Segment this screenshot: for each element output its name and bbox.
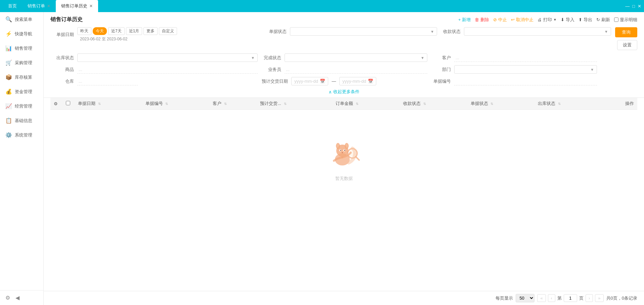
- th-payment-status[interactable]: 收款状态 ⇅: [400, 98, 467, 110]
- purchase-icon: 🛒: [5, 60, 12, 66]
- th-customer[interactable]: 客户 ⇅: [209, 98, 257, 110]
- footer: 每页显示 50 10 20 100 « ‹ 第 页 › » 共0页，0条记录: [44, 291, 644, 305]
- tab-home[interactable]: 首页: [3, 0, 22, 12]
- data-table: ⚙ 单据日期 ⇅ 单据编号 ⇅ 客户 ⇅: [50, 98, 637, 208]
- first-page-button[interactable]: «: [537, 294, 546, 302]
- sidebar-item-sales[interactable]: 📊 销售管理: [0, 41, 43, 55]
- collapse-filter-button[interactable]: ∧ 收起更多条件: [50, 89, 637, 95]
- sidebar-item-search[interactable]: 🔍 搜索菜单: [0, 12, 43, 27]
- cancel-stop-button[interactable]: ↩ 取消中止: [511, 17, 533, 23]
- th-date[interactable]: 单据日期 ⇅: [75, 98, 142, 110]
- date-btn-yesterday[interactable]: 昨天: [77, 27, 91, 35]
- export-button[interactable]: ⬆ 导出: [578, 17, 592, 23]
- th-expected-delivery[interactable]: 预计交货... ⇅: [257, 98, 332, 110]
- order-number-input[interactable]: [454, 77, 597, 85]
- th-order-status[interactable]: 单据状态 ⇅: [467, 98, 535, 110]
- sort-delivery-icon[interactable]: ⇅: [558, 102, 561, 106]
- date-btn-7days[interactable]: 近7天: [108, 27, 125, 35]
- maximize-button[interactable]: □: [632, 4, 635, 9]
- svg-point-10: [342, 152, 343, 153]
- sort-payment-icon[interactable]: ⇅: [423, 102, 426, 106]
- department-select[interactable]: ▼: [454, 65, 597, 74]
- sidebar-item-basic-info[interactable]: 📋 基础信息: [0, 113, 43, 128]
- delivery-status-select[interactable]: ▼: [77, 53, 258, 62]
- payment-status-label: 收款状态: [437, 29, 464, 35]
- salesperson-input[interactable]: ...: [285, 66, 427, 74]
- page-input[interactable]: [564, 294, 577, 302]
- page-suffix: 页: [579, 295, 584, 301]
- tab-sales-order-history[interactable]: 销售订单历史 ✕: [56, 0, 98, 12]
- calendar-from-icon[interactable]: 📅: [320, 79, 325, 84]
- th-amount[interactable]: 订单金额 ⇅: [332, 98, 400, 110]
- sort-order-icon[interactable]: ⇅: [490, 102, 493, 106]
- sidebar-collapse-icon[interactable]: ◀: [15, 295, 19, 301]
- settings-button[interactable]: 设置: [617, 40, 637, 50]
- import-button[interactable]: ⬇ 导入: [561, 17, 574, 23]
- sidebar-item-purchase[interactable]: 🛒 采购管理: [0, 55, 43, 70]
- department-arrow: ▼: [590, 68, 594, 72]
- sidebar-item-label: 系统管理: [15, 132, 32, 138]
- sort-customer-icon[interactable]: ⇅: [224, 102, 227, 106]
- display-detail-checkbox[interactable]: 显示明细: [614, 17, 637, 23]
- date-btn-custom[interactable]: 自定义: [159, 27, 177, 35]
- date-btn-1month[interactable]: 近1月: [126, 27, 142, 35]
- last-page-button[interactable]: »: [595, 294, 603, 302]
- date-btn-more[interactable]: 更多: [143, 27, 158, 35]
- sidebar-item-finance[interactable]: 💰 资金管理: [0, 84, 43, 99]
- order-status-select[interactable]: ▼: [290, 27, 437, 36]
- sidebar-item-quick-nav[interactable]: ⚡ 快捷导航: [0, 27, 43, 41]
- tab-sales-order[interactable]: 销售订单 ✕: [22, 0, 56, 12]
- collapse-icon: ∧: [329, 89, 332, 94]
- th-settings[interactable]: ⚙: [50, 98, 62, 110]
- warehouse-input[interactable]: ...: [77, 77, 138, 85]
- display-detail-input[interactable]: [614, 17, 618, 22]
- sort-date-icon[interactable]: ⇅: [98, 102, 101, 106]
- stop-button[interactable]: ⊘ 中止: [493, 17, 507, 23]
- complete-status-select[interactable]: ▼: [285, 53, 427, 62]
- warehouse-label: 仓库: [50, 78, 77, 84]
- payment-status-select[interactable]: ▼: [464, 27, 611, 36]
- svg-point-5: [346, 144, 348, 148]
- complete-status-label: 完成状态: [258, 55, 285, 61]
- sidebar-item-inventory[interactable]: 📦 库存核算: [0, 70, 43, 84]
- sidebar-item-system[interactable]: ⚙️ 系统管理: [0, 128, 43, 142]
- order-status-label: 单据状态: [263, 29, 290, 35]
- sort-number-icon[interactable]: ⇅: [165, 102, 168, 106]
- delete-button[interactable]: 🗑 删除: [475, 17, 489, 23]
- sort-expected-icon[interactable]: ⇅: [284, 102, 287, 106]
- sort-amount-icon[interactable]: ⇅: [356, 102, 358, 106]
- sidebar-settings-icon[interactable]: ⚙: [5, 295, 10, 301]
- minimize-button[interactable]: —: [625, 4, 630, 9]
- th-number[interactable]: 单据编号 ⇅: [142, 98, 210, 110]
- close-button[interactable]: ✕: [638, 4, 641, 9]
- sidebar-item-operations[interactable]: 📈 经营管理: [0, 99, 43, 113]
- tab-sales-order-close[interactable]: ✕: [47, 4, 50, 8]
- prev-page-button[interactable]: ‹: [548, 294, 555, 302]
- sales-icon: 📊: [5, 45, 12, 51]
- add-button[interactable]: + 新增: [458, 17, 471, 23]
- calendar-to-icon[interactable]: 📅: [368, 79, 373, 84]
- date-btn-today[interactable]: 今天: [93, 27, 107, 35]
- sidebar-item-label: 基础信息: [15, 118, 32, 124]
- tab-sales-order-history-close[interactable]: ✕: [89, 4, 93, 8]
- th-delivery-status[interactable]: 出库状态 ⇅: [534, 98, 602, 110]
- expected-delivery-to[interactable]: yyyy-mm-dd 📅: [339, 77, 376, 85]
- sidebar-item-label: 库存核算: [15, 74, 32, 80]
- print-button[interactable]: 🖨 打印 ▼: [538, 17, 557, 23]
- stop-icon: ⊘: [493, 17, 497, 22]
- customer-input[interactable]: ...: [454, 54, 597, 62]
- th-checkbox[interactable]: [62, 98, 75, 110]
- refresh-button[interactable]: ↻ 刷新: [596, 17, 610, 23]
- expected-delivery-from[interactable]: yyyy-mm-dd 📅: [291, 77, 328, 85]
- delete-icon: 🗑: [475, 17, 479, 22]
- print-dropdown-icon[interactable]: ▼: [553, 18, 557, 22]
- sidebar-item-label: 采购管理: [15, 60, 32, 66]
- svg-line-13: [356, 157, 359, 160]
- query-buttons: 查询 设置: [615, 27, 637, 50]
- per-page-select[interactable]: 50 10 20 100: [516, 294, 534, 302]
- product-input[interactable]: ...: [77, 66, 258, 74]
- query-button[interactable]: 查询: [615, 27, 637, 37]
- next-page-button[interactable]: ›: [586, 294, 593, 302]
- window-controls: — □ ✕: [625, 4, 641, 9]
- select-all-checkbox[interactable]: [66, 101, 70, 105]
